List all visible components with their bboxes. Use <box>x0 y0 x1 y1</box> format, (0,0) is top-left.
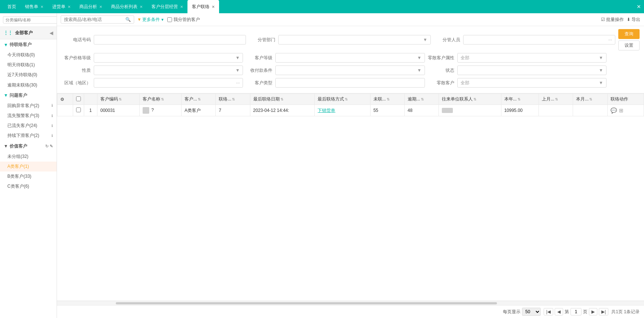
filter-price-level-select[interactable]: ▼ <box>94 53 243 63</box>
col-overdue[interactable]: 逾期...⇅ <box>404 94 439 105</box>
filter-customer-level-select[interactable]: ▼ <box>275 53 425 63</box>
col-checkbox-header[interactable] <box>73 94 84 105</box>
filter-status-label: 状态 <box>425 67 454 74</box>
settings-icon[interactable]: ⚙ <box>60 97 64 102</box>
col-contact[interactable]: 联络...⇅ <box>216 94 250 105</box>
toolbar-search-input[interactable] <box>64 17 125 22</box>
tab-purchase[interactable]: 进货单 ✕ <box>48 0 75 13</box>
sidebar-item-class-a[interactable]: A类客户(1) <box>0 162 57 172</box>
sidebar-item-repurchase-abnormal[interactable]: 回购异常客户(2) ℹ <box>0 101 57 111</box>
col-type[interactable]: 客户...⇅ <box>182 94 216 105</box>
col-this-year[interactable]: 本年...⇅ <box>501 94 539 105</box>
sort-this-month-icon: ⇅ <box>589 97 592 101</box>
col-last-month[interactable]: 上月...⇅ <box>539 94 573 105</box>
message-icon[interactable]: 💬 <box>611 107 617 113</box>
sidebar-all-customers[interactable]: ⋮⋮ 全部客户 ◀ <box>0 27 57 39</box>
info-icon-churn-warning: ℹ <box>51 113 53 119</box>
sidebar-item-overdue[interactable]: 逾期未联络(30) <box>0 80 57 90</box>
filter-payment-select[interactable]: ▼ <box>275 66 425 75</box>
close-tab-customer-layered[interactable]: ✕ <box>180 5 183 9</box>
col-num <box>84 94 97 105</box>
filter-payment-label: 收付款条件 <box>243 67 272 74</box>
filter-region: 区域（地区） ··· <box>61 78 243 88</box>
col-code[interactable]: 客户编码⇅ <box>97 94 139 105</box>
last-page-btn[interactable]: ▶| <box>599 308 608 315</box>
filter-dept-select[interactable]: ▼ <box>278 35 430 45</box>
close-tab-product-analysis[interactable]: ✕ <box>99 5 102 9</box>
row-this-year-cell: 10995.00 <box>501 105 539 116</box>
close-tab-product-analysis-list[interactable]: ✕ <box>140 5 143 9</box>
sidebar-item-churned[interactable]: 已流失客户(24) ℹ <box>0 121 57 131</box>
close-tab-sales[interactable]: ✕ <box>40 5 43 9</box>
prev-page-btn[interactable]: ◀ <box>555 308 563 315</box>
row-checkbox[interactable] <box>76 107 81 112</box>
filter-manager-more[interactable]: ··· <box>608 37 612 42</box>
select-all-checkbox[interactable] <box>76 96 81 101</box>
tab-product-analysis-list[interactable]: 商品分析列表 ✕ <box>107 0 147 13</box>
page-number-input[interactable] <box>570 308 582 315</box>
tab-customer-contact[interactable]: 客户联络 ✕ <box>187 0 219 13</box>
sidebar-item-tomorrow-pending[interactable]: 明天待联络(1) <box>0 60 57 70</box>
main-layout: 🔍 ⋮⋮ 全部客户 ◀ ▼ 待联络客户 今天待联络(0) 明天待联络(1) 近7… <box>0 13 644 318</box>
row-checkbox-cell[interactable] <box>73 105 84 116</box>
horizontal-scrollbar[interactable] <box>57 301 644 305</box>
toolbar-right: ☑ 批量操作 ⬇ 导出 <box>601 17 640 23</box>
refresh-icon[interactable]: ↻ <box>45 144 49 149</box>
col-last-date[interactable]: 最后联络日期⇅ <box>250 94 315 105</box>
first-page-btn[interactable]: |◀ <box>544 308 553 315</box>
scrollbar-thumb[interactable] <box>116 302 497 304</box>
col-this-month[interactable]: 本月...⇅ <box>573 94 607 105</box>
col-last-method[interactable]: 最后联络方式⇅ <box>315 94 370 105</box>
col-no-contact[interactable]: 未联...⇅ <box>370 94 404 105</box>
sidebar-item-declining[interactable]: 持续下滑客户(2) ℹ <box>0 131 57 141</box>
next-page-btn[interactable]: ▶ <box>589 308 597 315</box>
filter-nature-select[interactable]: ▼ <box>94 66 243 75</box>
col-name[interactable]: 客户名称⇅ <box>139 94 182 105</box>
filter-status: 状态 ▼ <box>425 65 607 75</box>
filter-retail-customer-select[interactable]: 全部 ▼ <box>457 78 607 88</box>
filter-customer-type-input[interactable] <box>275 78 425 88</box>
filter-region-more[interactable]: ··· <box>236 80 240 85</box>
close-tab-customer-contact[interactable]: ✕ <box>212 5 215 9</box>
grid-icon[interactable]: ⊞ <box>619 107 623 113</box>
sort-date-icon: ⇅ <box>280 97 283 101</box>
query-button[interactable]: 查询 <box>618 29 640 39</box>
filter-more-btn[interactable]: ▼ 更多条件 ▼ <box>137 17 164 23</box>
sidebar-item-class-c[interactable]: C类客户(6) <box>0 181 57 191</box>
sort-overdue-icon: ⇅ <box>421 97 424 101</box>
toolbar-search-icon[interactable]: 🔍 <box>125 17 131 22</box>
total-records: 共1页 1条记录 <box>611 309 640 315</box>
tab-product-analysis[interactable]: 商品分析 ✕ <box>75 0 107 13</box>
sidebar-item-class-b[interactable]: B类客户(33) <box>0 172 57 181</box>
filter-customer-level-label: 客户等级 <box>243 55 272 61</box>
filter-actions: 查询 设置 <box>618 29 640 50</box>
export-btn[interactable]: ⬇ 导出 <box>627 17 640 23</box>
per-page-select[interactable]: 50 10 20 100 <box>522 308 541 316</box>
sidebar-search-input[interactable] <box>3 16 57 24</box>
close-tab-purchase[interactable]: ✕ <box>68 5 71 9</box>
all-customers-label: ⋮⋮ 全部客户 <box>4 30 33 36</box>
settings-button[interactable]: 设置 <box>618 40 640 50</box>
sidebar-item-today-pending[interactable]: 今天待联络(0) <box>0 50 57 60</box>
row-method-link[interactable]: 下销货单 <box>318 108 335 113</box>
tab-customer-layered[interactable]: 客户分层经营 ✕ <box>147 0 187 13</box>
filter-retail-attr-select[interactable]: 全部 ▼ <box>457 53 607 63</box>
filter-status-select[interactable]: ▼ <box>457 66 607 75</box>
sidebar-item-churn-warning[interactable]: 流失预警客户(3) ℹ <box>0 111 57 121</box>
tab-home[interactable]: 首页 <box>3 0 21 13</box>
tab-sales[interactable]: 销售单 ✕ <box>21 0 48 13</box>
bulk-action-btn[interactable]: ☑ 批量操作 <box>601 17 624 23</box>
edit-icon[interactable]: ✎ <box>50 144 53 149</box>
filter-manager-input[interactable]: ··· <box>463 35 615 45</box>
filter-nature: 性质 ▼ <box>61 65 243 75</box>
close-window[interactable]: ✕ <box>637 4 641 10</box>
my-customers-checkbox[interactable] <box>167 17 172 22</box>
sidebar-collapse-icon[interactable]: ◀ <box>50 31 53 36</box>
sidebar-item-ungrouped[interactable]: 未分组(32) <box>0 152 57 162</box>
filter-region-select[interactable]: ··· <box>94 78 243 88</box>
sidebar-item-7days-pending[interactable]: 近7天待联络(0) <box>0 70 57 80</box>
col-settings[interactable]: ⚙ <box>57 94 73 105</box>
row-no-contact-cell: 55 <box>370 105 404 116</box>
col-company-contact[interactable]: 往来单位联系人⇅ <box>439 94 501 105</box>
filter-phone-input[interactable] <box>94 35 246 45</box>
